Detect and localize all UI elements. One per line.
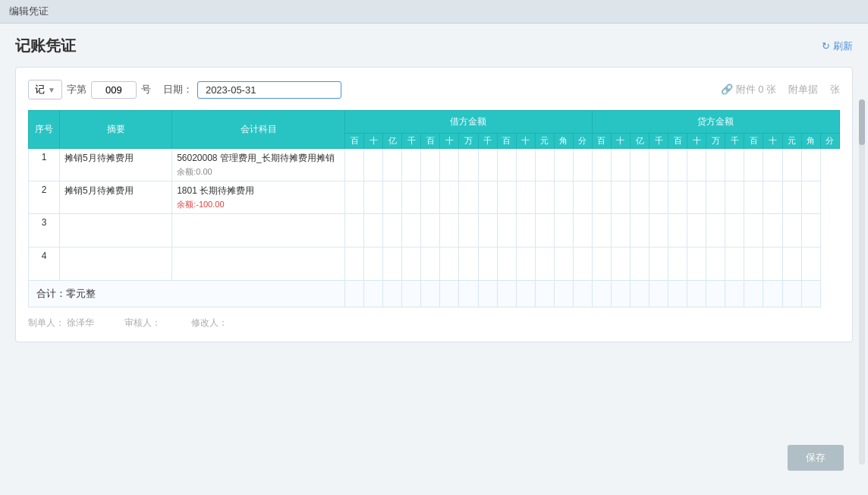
scrollbar-track[interactable] [859,99,865,465]
account-header: 会计科目 [172,111,345,149]
zi-label: 字第 [67,83,86,96]
date-input[interactable] [197,81,341,99]
ji-label: 记 [35,83,45,96]
c-jiao: 角 [801,134,820,149]
reviewer-label: 审核人： [124,317,161,328]
window: 编辑凭证 记账凭证 ↻ 刷新 记 ▼ 字第 号 [0,0,868,495]
d-qian2: 千 [478,134,497,149]
account-cell[interactable] [172,247,345,281]
d-wan: 万 [459,134,478,149]
refresh-icon: ↻ [822,40,830,52]
c-qian: 千 [649,134,668,149]
seq-cell: 1 [29,149,60,181]
scrollbar-thumb[interactable] [859,99,865,145]
d-yuan: 元 [535,134,554,149]
main-header-row: 序号 摘要 会计科目 借方金额 贷方金额 [29,111,840,134]
c-shi3: 十 [763,134,782,149]
table-row: 2 摊销5月待摊费用 1801 长期待摊费用 余额:-100.00 [29,181,840,214]
c-shi2: 十 [687,134,706,149]
summary-text: 摊销5月待摊费用 [64,184,167,197]
summary-cell[interactable] [60,247,172,281]
voucher-table: 序号 摘要 会计科目 借方金额 贷方金额 百 十 亿 千 百 十 万 [28,110,840,307]
fujudan-link[interactable]: 附单据 [788,83,818,96]
modifier-info: 修改人： [191,317,228,329]
hao-label: 号 [141,83,151,96]
d-shi2: 十 [440,134,459,149]
date-label: 日期： [163,83,193,96]
c-yuan: 元 [782,134,801,149]
table-row: 1 摊销5月待摊费用 56020008 管理费用_长期待摊费用摊销 余额:0.0… [29,149,840,181]
seq-cell: 3 [29,214,60,247]
summary-cell[interactable]: 摊销5月待摊费用 [60,149,172,181]
date-group: 日期： [163,81,341,99]
c-shi: 十 [611,134,630,149]
reviewer-info: 审核人： [124,317,161,329]
summary-header: 摘要 [60,111,172,149]
chevron-down-icon: ▼ [48,86,55,94]
form-row: 记 ▼ 字第 号 日期： 🔗 附件 0 张 附单据 [28,80,840,99]
c-fen: 分 [820,134,839,149]
account-cell[interactable] [172,214,345,247]
c-qian2: 千 [725,134,744,149]
table-row: 4 [29,247,840,281]
balance-text: 余额:0.00 [177,166,340,178]
ji-group: 记 ▼ 字第 号 [28,80,151,99]
total-row: 合计：零元整 [29,281,840,307]
d-jiao: 角 [554,134,573,149]
seq-cell: 4 [29,247,60,281]
summary-cell[interactable] [60,214,172,247]
footer-info: 制单人： 徐泽华 审核人： 修改人： [28,317,840,329]
fujian-link[interactable]: 🔗 附件 0 张 [721,83,776,96]
balance-neg-text: 余额:-100.00 [177,199,340,210]
account-code: 56020008 管理费用_长期待摊费用摊销 [177,152,340,165]
title-bar: 编辑凭证 [0,0,868,24]
refresh-button[interactable]: ↻ 刷新 [822,39,853,53]
d-bai3: 百 [497,134,516,149]
ji-select[interactable]: 记 ▼ [28,80,62,99]
d-yi: 亿 [383,134,402,149]
creator-name: 徐泽华 [67,317,94,328]
d-bai2: 百 [421,134,440,149]
creator-info: 制单人： 徐泽华 [28,317,94,329]
total-label: 合计：零元整 [29,281,345,307]
page-header: 记账凭证 ↻ 刷新 [15,36,853,56]
d-fen: 分 [573,134,592,149]
voucher-card: 记 ▼ 字第 号 日期： 🔗 附件 0 张 附单据 [15,67,853,342]
c-bai3: 百 [744,134,763,149]
right-info: 🔗 附件 0 张 附单据 张 [721,83,840,96]
creator-label: 制单人： [28,317,64,328]
content-area: 记账凭证 ↻ 刷新 记 ▼ 字第 号 日期： [0,24,868,495]
paperclip-icon: 🔗 [721,84,733,95]
account-cell[interactable]: 56020008 管理费用_长期待摊费用摊销 余额:0.00 [172,149,345,181]
zi-number-input[interactable] [91,81,137,99]
table-row: 3 [29,214,840,247]
window-title: 编辑凭证 [9,5,49,17]
d-bai: 百 [345,134,364,149]
zhang-btn[interactable]: 张 [830,83,840,96]
seq-header: 序号 [29,111,60,149]
page-title: 记账凭证 [15,36,76,56]
c-wan: 万 [706,134,725,149]
summary-cell[interactable]: 摊销5月待摊费用 [60,181,172,214]
summary-text: 摊销5月待摊费用 [64,152,167,165]
modifier-label: 修改人： [191,317,228,328]
d-shi3: 十 [516,134,535,149]
d-shi: 十 [364,134,383,149]
account-code: 1801 长期待摊费用 [177,184,340,197]
d-qian: 千 [402,134,421,149]
c-bai: 百 [592,134,611,149]
c-bai2: 百 [668,134,687,149]
debit-header: 借方金额 [345,111,593,134]
save-button[interactable]: 保存 [788,445,844,471]
c-yi: 亿 [631,134,649,149]
seq-cell: 2 [29,181,60,214]
account-cell[interactable]: 1801 长期待摊费用 余额:-100.00 [172,181,345,214]
credit-header: 贷方金额 [592,111,839,134]
